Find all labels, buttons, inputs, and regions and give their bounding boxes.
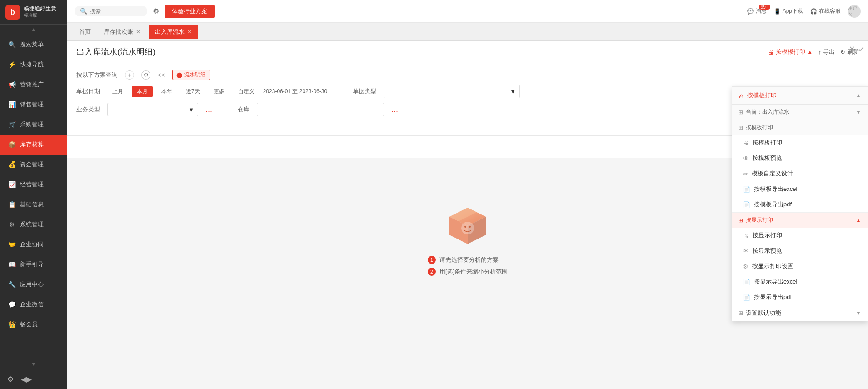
- empty-state: 1 请先选择要分析的方案 2 用[选]条件来缩小分析范围: [428, 158, 508, 316]
- export-btn[interactable]: ↑ 导出: [818, 48, 835, 56]
- set-default-row[interactable]: ⊞ 设置默认功能 ▼: [732, 305, 868, 321]
- topbar: 🔍 ⚙ 体验行业方案 💬 消息 99+ 📱 App下载 🎧 在线客服 用户名: [67, 0, 868, 23]
- dropdown-current-icon: ⊞: [738, 109, 743, 115]
- online-service-action[interactable]: 🎧 在线客服: [810, 7, 841, 15]
- template-custom-item[interactable]: ✏ 模板自定义设计: [732, 166, 868, 181]
- display-preview-item[interactable]: 👁 按显示预览: [732, 243, 868, 259]
- tab-home-label: 首页: [79, 28, 91, 36]
- filter-section-label: 按以下方案查询: [76, 71, 118, 79]
- printer-icon: 🖨: [768, 49, 774, 55]
- sidebar-item-marketing[interactable]: 📢 营销推广: [0, 75, 67, 95]
- template-preview-item[interactable]: 👁 按模板预览: [732, 150, 868, 166]
- sidebar-item-finance-label: 资金管理: [20, 160, 44, 169]
- tab-in-out-flow[interactable]: 出入库流水 ✕: [149, 25, 198, 39]
- display-export-pdf-item[interactable]: 📄 按显示导出pdf: [732, 289, 868, 305]
- display-pdf-icon: 📄: [743, 294, 750, 301]
- voucher-type-select[interactable]: ▼: [384, 85, 520, 98]
- plus-icon: +: [128, 71, 131, 79]
- sidebar-scroll-down[interactable]: ▼: [30, 360, 37, 368]
- display-export-excel-item[interactable]: 📄 按显示导出excel: [732, 274, 868, 289]
- settings-small-icon: ⚙: [144, 72, 149, 78]
- dropdown-collapse-icon[interactable]: ▲: [856, 92, 861, 99]
- sidebar-item-system[interactable]: ⚙ 系统管理: [0, 214, 67, 234]
- date-range-display: 2023-06-01 至 2023-06-30: [263, 88, 327, 95]
- date-btn-7days[interactable]: 近7天: [181, 86, 205, 97]
- app-download-action[interactable]: 📱 App下载: [774, 7, 803, 15]
- sidebar-item-wechat[interactable]: 💬 企业微信: [0, 294, 67, 314]
- display-print-section: ⊞ 按显示打印 ▲ 🖨 按显示打印 👁 按显示预览 ⚙ 按显示打印设置: [732, 213, 868, 305]
- display-excel-icon: 📄: [743, 279, 750, 285]
- topbar-search-input[interactable]: [90, 8, 135, 15]
- sidebar-item-sales-label: 销售管理: [20, 100, 44, 109]
- tab-home[interactable]: 首页: [75, 25, 95, 39]
- sidebar-item-guide[interactable]: 📖 新手引导: [0, 254, 67, 274]
- sidebar-item-member[interactable]: 👑 畅会员: [0, 314, 67, 334]
- sidebar-item-basic[interactable]: 📋 基础信息: [0, 194, 67, 214]
- topbar-search-box[interactable]: 🔍: [75, 6, 147, 16]
- template-pdf-icon: 📄: [743, 201, 750, 208]
- business-type-more[interactable]: ...: [205, 105, 212, 115]
- date-btn-this-month[interactable]: 本月: [132, 86, 153, 97]
- svg-point-5: [464, 226, 466, 228]
- date-btn-custom[interactable]: 自定义: [233, 86, 259, 97]
- tag-dot-icon: ⬤: [176, 72, 182, 78]
- window-expand-btn[interactable]: ⤢: [858, 45, 864, 53]
- sidebar-item-enterprise-label: 企业协同: [20, 240, 44, 249]
- dropdown-header-label-group: 🖨 按模板打印: [738, 91, 777, 100]
- sidebar-item-wechat-label: 企业微信: [20, 300, 44, 309]
- tab-batch-account[interactable]: 库存批次账 ✕: [97, 25, 147, 39]
- warehouse-select[interactable]: [257, 103, 384, 116]
- set-default-label: 设置默认功能: [746, 309, 781, 317]
- warehouse-more[interactable]: ...: [391, 105, 398, 115]
- display-print-settings-item[interactable]: ⚙ 按显示打印设置: [732, 259, 868, 274]
- template-section-label: 按模板打印: [746, 124, 773, 131]
- print-template-btn[interactable]: 🖨 按模板打印 ▲: [768, 48, 813, 56]
- member-icon: 👑: [7, 320, 16, 329]
- empty-illustration: [440, 194, 495, 249]
- sidebar-item-quicknav[interactable]: ⚡ 快捷导航: [0, 55, 67, 75]
- display-section-label: 按显示打印: [746, 216, 773, 224]
- sidebar-item-finance[interactable]: 💰 资金管理: [0, 155, 67, 175]
- trial-button[interactable]: 体验行业方案: [165, 5, 215, 18]
- filter-tag-liushui[interactable]: ⬤ 流水明细: [172, 70, 210, 80]
- sidebar-collapse-icon[interactable]: ◀▶: [21, 375, 32, 384]
- voucher-type-arrow: ▼: [510, 88, 516, 95]
- tab-batch-account-close[interactable]: ✕: [136, 29, 140, 35]
- message-action[interactable]: 💬 消息 99+: [747, 7, 767, 15]
- set-default-icon: ⊞: [738, 310, 743, 316]
- display-settings-icon: ⚙: [743, 263, 748, 270]
- template-export-pdf-item[interactable]: 📄 按模板导出pdf: [732, 197, 868, 212]
- sidebar-item-inventory[interactable]: 📦 库存核算: [0, 135, 67, 155]
- sidebar-scroll-up[interactable]: ▲: [30, 25, 37, 34]
- business-type-select[interactable]: ▼: [107, 103, 198, 116]
- sidebar-settings-icon[interactable]: ⚙: [7, 375, 14, 384]
- template-print-item[interactable]: 🖨 按模板打印: [732, 135, 868, 150]
- filter-row-scheme: 按以下方案查询 + ⚙ << ⬤ 流水明细: [76, 70, 859, 80]
- date-btn-more[interactable]: 更多: [209, 86, 229, 97]
- template-export-excel-item[interactable]: 📄 按模板导出excel: [732, 181, 868, 197]
- sidebar-item-sales[interactable]: 📊 销售管理: [0, 95, 67, 115]
- main-area: 🔍 ⚙ 体验行业方案 💬 消息 99+ 📱 App下载 🎧 在线客服 用户名: [67, 0, 868, 389]
- date-btn-this-year[interactable]: 本年: [156, 86, 177, 97]
- topbar-gear-icon[interactable]: ⚙: [153, 7, 159, 15]
- dropdown-current-selection[interactable]: ⊞ 当前：出入库流水 ▼: [732, 105, 868, 120]
- template-section-icon: ⊞: [738, 125, 743, 131]
- tab-in-out-flow-close[interactable]: ✕: [187, 29, 192, 35]
- display-section-arrow[interactable]: ▲: [856, 217, 861, 224]
- display-print-item[interactable]: 🖨 按显示打印: [732, 228, 868, 243]
- logo-text-group: 畅捷通好生意 标准版: [24, 5, 56, 19]
- sidebar-item-enterprise[interactable]: 🤝 企业协同: [0, 234, 67, 254]
- filter-add-btn[interactable]: +: [125, 70, 134, 80]
- sidebar-footer: ⚙ ◀▶: [0, 369, 67, 389]
- user-avatar[interactable]: 用户名: [848, 5, 861, 18]
- step-1-num: 1: [428, 256, 436, 264]
- sidebar-item-purchase[interactable]: 🛒 采购管理: [0, 115, 67, 135]
- date-btn-last-month[interactable]: 上月: [107, 86, 128, 97]
- filter-collapse-btn[interactable]: <<: [158, 71, 165, 79]
- sidebar-item-operation[interactable]: 📈 经营管理: [0, 175, 67, 194]
- filter-settings-btn[interactable]: ⚙: [141, 70, 150, 80]
- sidebar-item-appcenter[interactable]: 🔧 应用中心: [0, 274, 67, 294]
- window-close-btn[interactable]: ✕: [849, 45, 855, 53]
- step-2-num: 2: [428, 268, 436, 276]
- sidebar-item-search[interactable]: 🔍 搜索菜单: [0, 35, 67, 55]
